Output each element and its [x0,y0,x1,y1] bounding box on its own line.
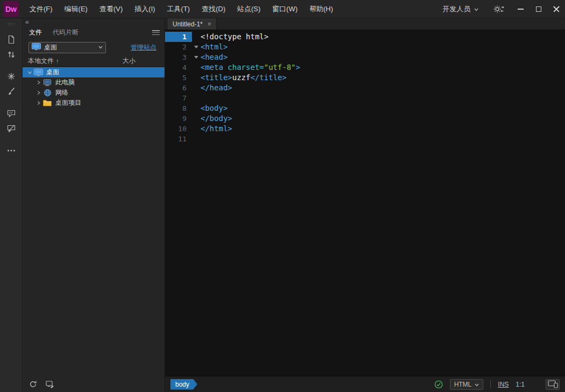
cursor-position: 1:1 [516,381,525,388]
file-management-icon[interactable] [4,47,19,61]
minimize-icon [518,9,524,10]
code-line[interactable]: 8<body> [165,103,565,113]
tree-row[interactable]: 此电脑 [23,77,165,88]
menu-bar-items: 文件(F)编辑(E)查看(V)插入(I)工具(T)查找(D)站点(S)窗口(W)… [24,0,339,18]
refresh-icon[interactable] [29,380,37,388]
line-number: 3 [165,52,192,62]
document-tab-title: Untitled-1* [173,20,203,28]
status-bar-right: HTML INS 1:1 [434,379,560,390]
line-number: 10 [165,124,192,134]
customize-toolbar-icon[interactable] [4,144,19,158]
chevron-right-icon[interactable] [35,90,42,95]
site-dropdown[interactable]: 桌面 [28,42,106,53]
files-panel: « 文件 代码片断 桌面 管理站点 本地文件 ↑ 大小 桌面此电脑网络桌面项目 [23,18,165,392]
col-local-files: 本地文件 [28,56,54,66]
file-activity-icon[interactable] [46,380,55,388]
workspace-label: 开发人员 [442,4,470,14]
tab-files[interactable]: 文件 [29,28,42,37]
line-number: 7 [165,93,192,103]
menu-item[interactable]: 文件(F) [24,0,59,18]
format-source-icon[interactable] [4,84,19,98]
close-icon [553,6,560,12]
code-line[interactable]: 6</head> [165,83,565,93]
menu-item[interactable]: 查看(V) [94,0,128,18]
menu-item[interactable]: 编辑(E) [59,0,94,18]
maximize-button[interactable] [530,0,547,18]
side-toolbar [0,18,23,392]
close-button[interactable] [547,0,565,18]
close-tab-icon[interactable]: × [208,21,211,27]
computer-icon [42,79,53,87]
minimize-button[interactable] [512,0,530,18]
tree-row[interactable]: 桌面 [23,67,165,77]
code-line[interactable]: 10</html> [165,124,565,134]
titlebar: Dw 文件(F)编辑(E)查看(V)插入(I)工具(T)查找(D)站点(S)窗口… [0,0,565,18]
menu-item[interactable]: 站点(S) [231,0,266,18]
col-size: 大小 [123,56,135,66]
chevron-right-icon[interactable] [35,80,42,85]
menu-item[interactable]: 插入(I) [128,0,161,18]
desktop-icon [32,43,41,52]
menu-item[interactable]: 查找(D) [196,0,231,18]
tab-code-snippets[interactable]: 代码片断 [53,28,78,37]
site-dropdown-value: 桌面 [44,43,57,52]
open-documents-icon[interactable] [4,32,19,46]
code-line[interactable]: 2<html> [165,42,565,52]
document-tab[interactable]: Untitled-1* × [168,18,217,30]
code-text: </html> [201,124,232,134]
panel-menu-icon[interactable] [152,30,160,35]
collapse-panel-button[interactable]: « [23,18,165,26]
sync-settings-icon[interactable] [486,0,512,18]
menu-item[interactable]: 窗口(W) [267,0,304,18]
code-text: <!doctype html> [201,32,268,42]
chevron-down-icon [98,46,103,49]
code-line[interactable]: 5<title>uzzf</title> [165,73,565,83]
line-number: 5 [165,73,192,83]
code-line[interactable]: 4<meta charset="utf-8"> [165,62,565,73]
toolbar-drag-handle [8,23,15,26]
chevron-down-icon [475,381,479,388]
code-editor[interactable]: 1<!doctype html>2<html>3<head>4<meta cha… [165,30,565,376]
apply-comment-icon[interactable] [4,106,19,120]
folder-icon [42,99,53,106]
tree-column-headers[interactable]: 本地文件 ↑ 大小 [23,55,165,67]
code-text: </body> [201,113,232,124]
network-icon [42,89,53,97]
fold-arrow-icon[interactable] [192,56,201,59]
tree-label: 桌面项目 [55,98,81,108]
tree-row[interactable]: 网络 [23,88,165,98]
titlebar-right: 开发人员 [435,0,565,18]
site-row: 桌面 管理站点 [23,39,165,55]
fold-arrow-icon[interactable] [192,46,201,48]
code-line[interactable]: 7 [165,93,565,103]
remove-comment-icon[interactable] [4,122,19,136]
dreamweaver-window: Dw 文件(F)编辑(E)查看(V)插入(I)工具(T)查找(D)站点(S)窗口… [0,0,565,392]
chevron-down-icon[interactable] [26,70,33,75]
manage-sites-link[interactable]: 管理站点 [131,43,156,52]
menu-item[interactable]: 工具(T) [161,0,196,18]
chevron-right-icon[interactable] [35,101,42,105]
code-line[interactable]: 1<!doctype html> [165,32,565,42]
tree-label: 网络 [55,88,68,97]
file-tree: 桌面此电脑网络桌面项目 [23,67,165,376]
desktop-icon [33,69,44,76]
device-preview-button[interactable] [546,379,560,390]
doc-type-value: HTML [454,381,472,388]
tag-selector-body[interactable]: body [170,379,197,390]
code-text: </head> [201,83,232,93]
code-line[interactable]: 9</body> [165,113,565,124]
line-number: 6 [165,83,192,93]
code-line[interactable]: 3<head> [165,52,565,62]
doc-type-dropdown[interactable]: HTML [450,379,484,390]
code-text: <meta charset="utf-8"> [201,62,300,73]
line-number: 8 [165,103,192,113]
line-number: 2 [165,42,192,52]
workspace-switcher[interactable]: 开发人员 [435,0,486,18]
tree-label: 桌面 [46,68,59,77]
status-bar: body HTML INS 1:1 [165,376,565,392]
tree-row[interactable]: 桌面项目 [23,98,165,108]
menu-item[interactable]: 帮助(H) [304,0,339,18]
code-line[interactable]: 11 [165,134,565,144]
select-parent-tag-icon[interactable] [4,69,19,83]
lint-ok-icon [434,380,443,389]
